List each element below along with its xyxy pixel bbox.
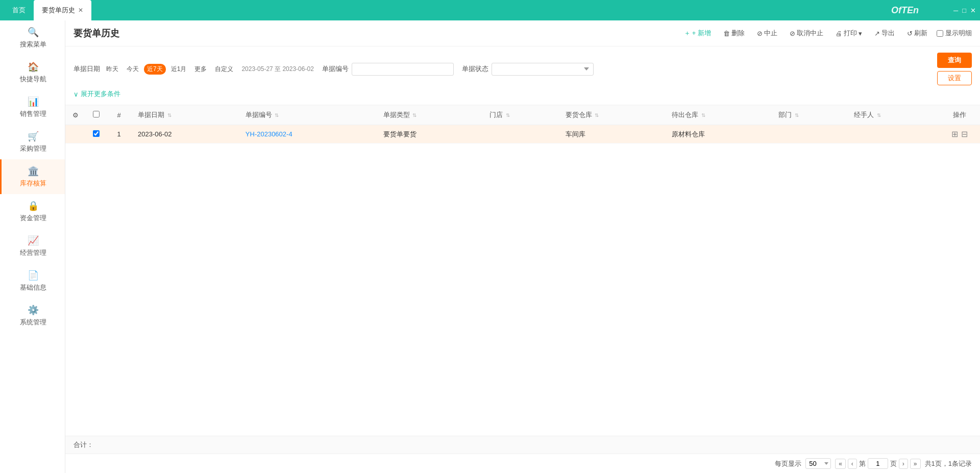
filter-doc-status-label: 单据状态 <box>462 64 488 74</box>
sort-doc-type-icon[interactable]: ⇅ <box>412 112 416 118</box>
data-table: ⚙ # 单据日期 ⇅ 单据编号 <box>65 105 980 144</box>
row-edit-icon[interactable]: ⊞ <box>951 129 958 139</box>
sidebar-item-finance[interactable]: 🔒 资金管理 <box>0 194 65 229</box>
col-checkbox <box>86 105 106 125</box>
date-btn-1month[interactable]: 近1月 <box>168 64 190 75</box>
cancel-stop-icon: ⊘ <box>790 30 795 37</box>
date-btn-yesterday[interactable]: 昨天 <box>103 64 121 75</box>
sort-doc-date-icon[interactable]: ⇅ <box>167 112 172 118</box>
refresh-label: 刷新 <box>914 29 927 38</box>
sidebar: 🔍 搜索菜单 🏠 快捷导航 📊 销售管理 🛒 采购管理 🏛️ 库存核算 🔒 资金… <box>0 20 65 473</box>
delete-button[interactable]: 🗑 删除 <box>720 27 748 40</box>
finance-icon: 🔒 <box>28 200 39 211</box>
cancel-stop-button[interactable]: ⊘ 取消中止 <box>787 27 826 40</box>
col-settings: ⚙ <box>65 105 86 125</box>
expand-more-button[interactable]: ∨ 展开更多条件 <box>74 89 972 99</box>
col-department-label: 部门 <box>778 111 792 119</box>
select-all-checkbox[interactable] <box>93 111 100 117</box>
row-handler-cell <box>848 125 939 144</box>
tab-requisition-history[interactable]: 要货单历史 ✕ <box>34 0 91 20</box>
refresh-button[interactable]: ↺ 刷新 <box>904 27 930 40</box>
query-button[interactable]: 查询 <box>937 53 972 68</box>
row-checkbox[interactable] <box>93 130 100 137</box>
sidebar-label-sales: 销售管理 <box>20 109 46 119</box>
minimize-icon[interactable]: ─ <box>953 7 958 14</box>
doc-number-input[interactable] <box>352 63 454 76</box>
sort-store-icon[interactable]: ⇅ <box>506 112 510 118</box>
sort-doc-number-icon[interactable]: ⇅ <box>275 112 279 118</box>
total-info: 共1页，1条记录 <box>925 459 972 468</box>
col-req-warehouse-label: 要货仓库 <box>566 111 592 119</box>
print-label: 打印 <box>844 29 857 38</box>
purchase-icon: 🛒 <box>28 131 39 142</box>
row-req-warehouse: 车间库 <box>566 130 585 138</box>
settings-button[interactable]: 设置 <box>937 71 972 85</box>
sidebar-label-inventory: 库存核算 <box>20 179 46 188</box>
tab-home[interactable]: 首页 <box>4 0 34 20</box>
sidebar-item-basic-info[interactable]: 📄 基础信息 <box>0 264 65 298</box>
sidebar-item-quick-nav[interactable]: 🏠 快捷导航 <box>0 55 65 90</box>
sort-handler-icon[interactable]: ⇅ <box>877 112 881 118</box>
export-button[interactable]: ↗ 导出 <box>871 27 898 40</box>
table-footer: 合计： <box>65 436 980 454</box>
next-page-button[interactable]: › <box>899 459 908 469</box>
col-action-header: 操作 <box>939 105 980 125</box>
filter-doc-number-label: 单据编号 <box>322 64 349 74</box>
sidebar-item-system[interactable]: ⚙️ 系统管理 <box>0 298 65 333</box>
new-button[interactable]: ＋ + 新增 <box>681 27 714 40</box>
stop-button[interactable]: ⊘ 中止 <box>754 27 780 40</box>
col-doc-type-label: 单据类型 <box>383 111 410 119</box>
new-icon: ＋ <box>684 29 691 38</box>
first-page-button[interactable]: « <box>835 459 846 469</box>
prev-page-button[interactable]: ‹ <box>848 459 857 469</box>
page-header: 要货单历史 ＋ + 新增 🗑 删除 ⊘ 中止 ⊘ <box>65 20 980 46</box>
page-size-select[interactable]: 50 20 100 <box>805 458 831 469</box>
tab-close-icon[interactable]: ✕ <box>78 7 83 14</box>
date-btn-custom[interactable]: 自定义 <box>212 64 236 75</box>
brand-text: OfTEn <box>891 5 919 16</box>
export-label: 导出 <box>881 29 895 38</box>
system-icon: ⚙️ <box>28 304 39 316</box>
row-doc-number-link[interactable]: YH-20230602-4 <box>246 130 292 138</box>
row-more-icon[interactable]: ⊟ <box>961 129 968 139</box>
row-doc-type-cell: 要货单要货 <box>377 125 484 144</box>
inventory-icon: 🏛️ <box>28 165 39 177</box>
quick-nav-icon: 🏠 <box>28 61 39 73</box>
row-req-warehouse-cell: 车间库 <box>559 125 666 144</box>
expand-more-label: 展开更多条件 <box>81 89 120 99</box>
doc-status-select[interactable] <box>492 63 594 76</box>
last-page-button[interactable]: » <box>910 459 921 469</box>
filter-action-buttons: 查询 设置 <box>937 53 972 85</box>
sort-pending-warehouse-icon[interactable]: ⇅ <box>701 112 705 118</box>
expand-chevron-icon: ∨ <box>74 90 79 98</box>
date-btn-more[interactable]: 更多 <box>191 64 210 75</box>
page-navigation: « ‹ 第 页 › » <box>835 458 920 469</box>
page-input[interactable] <box>868 458 888 469</box>
date-btn-today[interactable]: 今天 <box>124 64 142 75</box>
sidebar-item-purchase[interactable]: 🛒 采购管理 <box>0 125 65 159</box>
row-settings-cell <box>65 125 86 144</box>
close-icon[interactable]: ✕ <box>970 7 976 14</box>
cancel-stop-label: 取消中止 <box>797 29 823 38</box>
sidebar-item-ops[interactable]: 📈 经营管理 <box>0 229 65 264</box>
show-detail-toggle[interactable]: 显示明细 <box>937 29 972 38</box>
settings-col-icon[interactable]: ⚙ <box>72 111 79 119</box>
col-store-header: 门店 ⇅ <box>483 105 559 125</box>
sort-req-warehouse-icon[interactable]: ⇅ <box>595 112 599 118</box>
print-button[interactable]: 🖨 打印 ▾ <box>832 27 865 40</box>
filter-doc-status-item: 单据状态 <box>462 63 594 76</box>
search-menu-icon: 🔍 <box>28 27 39 38</box>
sidebar-label-basic-info: 基础信息 <box>20 283 46 292</box>
sidebar-label-search-menu: 搜索菜单 <box>20 40 46 49</box>
col-doc-date-header: 单据日期 ⇅ <box>132 105 239 125</box>
sidebar-item-inventory[interactable]: 🏛️ 库存核算 <box>0 159 65 194</box>
date-btn-7days[interactable]: 近7天 <box>144 64 166 75</box>
show-detail-checkbox[interactable] <box>937 30 943 37</box>
sort-department-icon[interactable]: ⇅ <box>795 112 799 118</box>
page-size-label: 每页显示 <box>775 459 801 468</box>
sidebar-item-sales[interactable]: 📊 销售管理 <box>0 90 65 125</box>
new-label: + 新增 <box>692 29 711 38</box>
sidebar-item-search-menu[interactable]: 🔍 搜索菜单 <box>0 20 65 55</box>
filter-date-item: 单据日期 昨天 今天 近7天 近1月 更多 自定义 2023-05-27 至 2… <box>74 64 314 75</box>
maximize-icon[interactable]: □ <box>962 7 966 14</box>
